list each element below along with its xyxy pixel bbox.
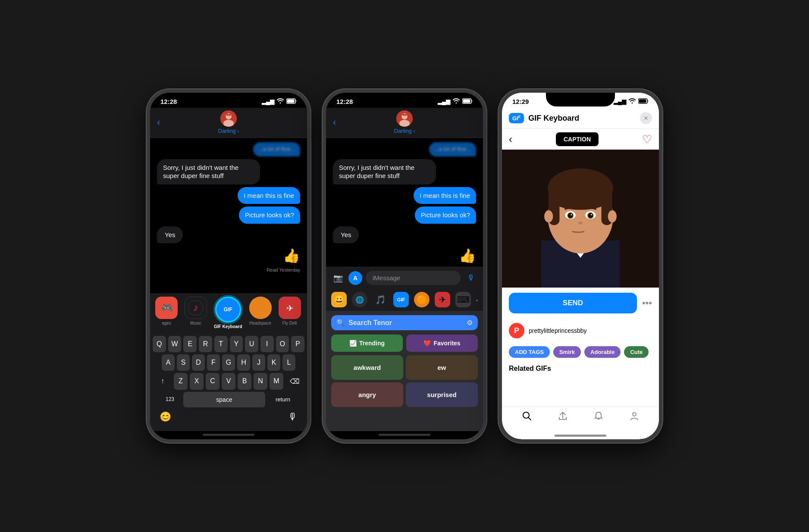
key-h[interactable]: H xyxy=(237,354,250,371)
key-s[interactable]: S xyxy=(177,354,190,371)
key-n[interactable]: N xyxy=(254,373,267,390)
app-icon-headspace xyxy=(249,297,272,319)
app-tray-item-music[interactable]: ♪ Music xyxy=(185,297,207,329)
gif-cell-surprised[interactable]: surprised xyxy=(406,382,478,407)
battery-icon-1 xyxy=(286,98,297,105)
gif-keyboard-title: GIF Keyboard xyxy=(528,114,636,123)
key-p[interactable]: P xyxy=(291,336,304,352)
trending-icon: 📈 xyxy=(349,340,357,347)
key-x[interactable]: X xyxy=(190,373,204,390)
key-l[interactable]: L xyxy=(282,354,295,371)
search-input-2[interactable] xyxy=(348,319,463,327)
strip-keyboard[interactable]: ⌨ xyxy=(455,292,471,307)
key-f[interactable]: F xyxy=(207,354,220,371)
strip-globe[interactable]: 🌐 xyxy=(352,292,367,307)
svg-point-41 xyxy=(608,210,617,222)
key-m[interactable]: M xyxy=(270,373,283,390)
back-button-3[interactable]: ‹ xyxy=(509,133,512,145)
key-t[interactable]: T xyxy=(214,336,228,352)
strip-music[interactable]: 🎵 xyxy=(373,292,388,307)
contact-name-1[interactable]: Darling xyxy=(218,128,239,134)
key-c[interactable]: C xyxy=(206,373,219,390)
user-avatar-p: P xyxy=(509,323,524,338)
app-tray-item-headspace[interactable]: Headspace xyxy=(249,297,272,329)
key-g[interactable]: G xyxy=(222,354,235,371)
strip-flydelta[interactable]: ✈ xyxy=(435,292,450,307)
key-o[interactable]: O xyxy=(276,336,289,352)
mic-icon-2[interactable]: 🎙 xyxy=(464,271,478,285)
svg-rect-21 xyxy=(639,99,646,103)
imessage-input-2[interactable]: iMessage xyxy=(366,271,461,285)
key-k[interactable]: K xyxy=(267,354,280,371)
filter-icon-2[interactable]: ⚙ xyxy=(467,319,473,327)
key-shift[interactable]: ↑ xyxy=(154,373,172,390)
key-space[interactable]: space xyxy=(183,392,265,407)
key-e[interactable]: E xyxy=(183,336,197,352)
back-button-1[interactable]: ‹ xyxy=(157,117,160,128)
gif-detail-header-3: GIF GIF Keyboard ✕ xyxy=(502,108,659,129)
camera-button-2[interactable]: 📷 xyxy=(331,271,345,285)
search-nav-icon[interactable] xyxy=(522,411,532,423)
favorites-button-2[interactable]: ❤️ Favorites xyxy=(406,335,478,352)
emoji-button[interactable]: 😊 xyxy=(160,411,171,422)
gif-cell-ew[interactable]: ew xyxy=(406,355,478,380)
appstore-button-2[interactable]: A xyxy=(348,271,362,285)
tag-adorable[interactable]: Adorable xyxy=(584,346,621,358)
strip-memoji[interactable]: 😀 xyxy=(331,292,347,307)
contact-name-2[interactable]: Darling xyxy=(394,128,415,134)
mic-button[interactable]: 🎙 xyxy=(288,411,298,422)
close-button-3[interactable]: ✕ xyxy=(640,112,652,124)
key-q[interactable]: Q xyxy=(153,336,166,352)
key-d[interactable]: D xyxy=(192,354,205,371)
related-gifs-label: Related GIFs xyxy=(502,361,659,376)
msg-received-2: Yes xyxy=(157,226,183,244)
caption-button-3[interactable]: CAPTION xyxy=(556,132,599,146)
gif-cell-angry[interactable]: angry xyxy=(331,382,403,407)
app-label-headspace: Headspace xyxy=(249,321,271,325)
trending-button-2[interactable]: 📈 Trending xyxy=(331,335,403,352)
home-indicator-1 xyxy=(203,434,254,436)
key-v[interactable]: V xyxy=(222,373,235,390)
contact-info-1[interactable]: Darling xyxy=(218,110,239,134)
add-tags-button[interactable]: ADD TAGS xyxy=(509,346,550,358)
notifications-nav-icon[interactable] xyxy=(594,411,603,423)
tag-smirk[interactable]: Smirk xyxy=(553,346,581,358)
key-return[interactable]: return xyxy=(267,392,298,407)
app-tray-item-gif[interactable]: GIF GIF Keyboard xyxy=(214,297,242,329)
share-nav-icon[interactable] xyxy=(558,411,568,423)
svg-point-11 xyxy=(249,297,272,319)
key-a[interactable]: A xyxy=(162,354,175,371)
svg-point-19 xyxy=(399,120,410,127)
send-button-3[interactable]: SEND xyxy=(509,293,637,313)
key-w[interactable]: W xyxy=(168,336,182,352)
phone-1: 12:28 ▂▄▆ ‹ xyxy=(147,89,310,443)
chat-area-2: ...a lot of fine... Sorry, I just didn't… xyxy=(326,138,483,267)
heart-button-3[interactable]: ♡ xyxy=(642,133,652,146)
key-j[interactable]: J xyxy=(252,354,265,371)
strip-gif[interactable]: GIF xyxy=(393,292,409,307)
key-delete[interactable]: ⌫ xyxy=(285,373,304,390)
svg-text:🎮: 🎮 xyxy=(161,302,173,314)
msg-sent-4: Picture looks ok? xyxy=(415,207,476,224)
key-z[interactable]: Z xyxy=(174,373,188,390)
msg-received-3: Sorry, I just didn't want the super dupe… xyxy=(333,159,436,185)
key-i[interactable]: I xyxy=(260,336,274,352)
key-123[interactable]: 123 xyxy=(159,392,181,407)
back-button-2[interactable]: ‹ xyxy=(333,117,336,128)
key-r[interactable]: R xyxy=(199,336,212,352)
strip-headspace[interactable]: 🟠 xyxy=(414,292,430,307)
more-button-3[interactable]: ••• xyxy=(642,297,652,309)
app-tray-item-flydelta[interactable]: ✈ Fly Delt xyxy=(279,297,301,329)
key-b[interactable]: B xyxy=(238,373,251,390)
battery-icon-2 xyxy=(462,98,473,105)
gif-cell-awkward[interactable]: awkward xyxy=(331,355,403,380)
nav-bar-2: ‹ Darling xyxy=(326,108,483,138)
status-icons-1: ▂▄▆ xyxy=(262,98,297,105)
tag-cute[interactable]: Cute xyxy=(624,346,649,358)
key-u[interactable]: U xyxy=(245,336,258,352)
key-y[interactable]: Y xyxy=(230,336,243,352)
profile-nav-icon[interactable] xyxy=(630,411,639,423)
contact-info-2[interactable]: Darling xyxy=(394,110,415,134)
app-tray-item-ages[interactable]: 🎮 ages xyxy=(155,297,178,329)
avatar-2 xyxy=(396,110,413,127)
